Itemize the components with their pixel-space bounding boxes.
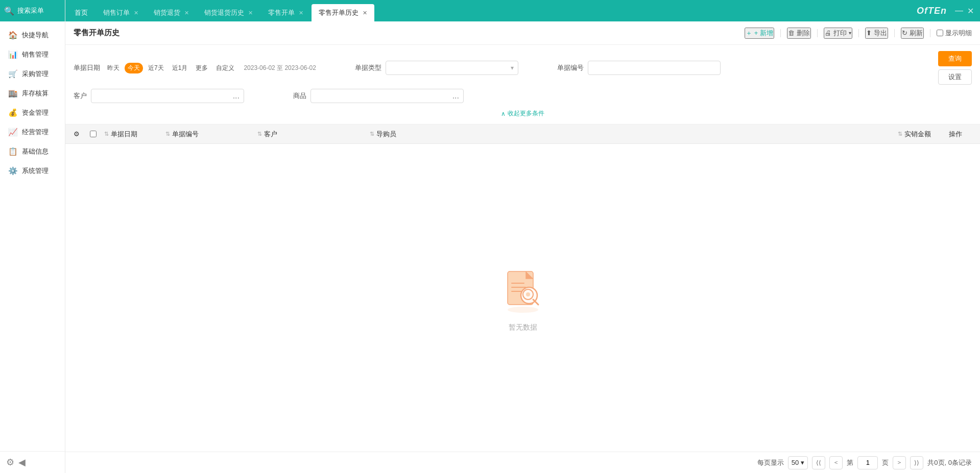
- refresh-button[interactable]: ↻ 刷新: [901, 28, 924, 39]
- filter-settings-button[interactable]: 设置: [938, 69, 972, 85]
- tab-retail-open[interactable]: 零售开单 ✕: [261, 4, 310, 21]
- sidebar-item-quick-nav[interactable]: 🏠 快捷导航: [0, 26, 65, 45]
- goods-input[interactable]: [315, 92, 452, 100]
- tab-sales-order[interactable]: 销售订单 ✕: [96, 4, 146, 21]
- sales-icon: 📊: [8, 50, 18, 59]
- divider-2: [817, 29, 818, 37]
- sidebar-item-label: 库存核算: [22, 89, 49, 98]
- customer-input-wrapper: ...: [91, 89, 244, 103]
- add-button[interactable]: ＋ + 新增: [745, 28, 774, 39]
- prev-page-btn[interactable]: ＜: [829, 456, 843, 469]
- date-filter-btns: 昨天 今天 近7天 近1月 更多 自定义: [104, 63, 237, 73]
- sidebar-item-label: 采购管理: [22, 69, 49, 79]
- next-page-btn[interactable]: ＞: [893, 456, 906, 469]
- collapse-sidebar-btn[interactable]: ◀: [18, 457, 26, 468]
- close-btn[interactable]: ✕: [967, 6, 974, 16]
- sort-num-icon: ⇅: [165, 131, 170, 137]
- page-input[interactable]: [857, 456, 878, 469]
- empty-state: 暂无数据: [65, 144, 980, 452]
- date-filter-label: 单据日期: [74, 63, 100, 72]
- delete-label: 删除: [797, 29, 810, 38]
- date-filter-field: 单据日期 昨天 今天 近7天 近1月 更多 自定义 2023-06-02 至 2…: [74, 63, 316, 73]
- per-page-select[interactable]: 50 ▾: [788, 456, 808, 469]
- tab-sales-return-label: 销货退货: [154, 8, 180, 17]
- customer-input[interactable]: [95, 92, 233, 100]
- sidebar-item-inventory[interactable]: 🏬 库存核算: [0, 84, 65, 103]
- close-sales-order-icon[interactable]: ✕: [134, 10, 138, 16]
- sidebar-item-operation[interactable]: 📈 经营管理: [0, 122, 65, 142]
- close-retail-open-history-icon[interactable]: ✕: [363, 10, 367, 16]
- date-btn-yesterday[interactable]: 昨天: [104, 63, 123, 73]
- date-btn-custom[interactable]: 自定义: [213, 63, 237, 73]
- export-button[interactable]: ⬆ 导出: [865, 28, 888, 39]
- num-input[interactable]: [592, 64, 716, 72]
- show-detail-checkbox-label[interactable]: 显示明细: [937, 29, 972, 38]
- tab-retail-open-label: 零售开单: [268, 8, 295, 17]
- th-date[interactable]: ⇅ 单据日期: [100, 130, 161, 139]
- filter-area: 单据日期 昨天 今天 近7天 近1月 更多 自定义 2023-06-02 至 2…: [65, 45, 980, 125]
- main-area: 首页 销售订单 ✕ 销货退货 ✕ 销货退货历史 ✕ 零售开单 ✕ 零售开单历史 …: [65, 0, 980, 473]
- date-btn-last7[interactable]: 近7天: [145, 63, 167, 73]
- minimize-btn[interactable]: —: [955, 6, 963, 15]
- type-select[interactable]: ▾: [386, 61, 518, 75]
- search-entry[interactable]: 🔍 搜索采单: [0, 0, 65, 21]
- num-filter-label: 单据编号: [557, 63, 584, 72]
- select-all-checkbox[interactable]: [90, 131, 97, 137]
- home-icon: 🏠: [8, 31, 18, 40]
- customer-dots-btn[interactable]: ...: [233, 91, 240, 101]
- operation-icon: 📈: [8, 128, 18, 137]
- query-button[interactable]: 查询: [938, 51, 972, 66]
- sidebar-item-purchase-mgmt[interactable]: 🛒 采购管理: [0, 64, 65, 84]
- close-sales-return-icon[interactable]: ✕: [184, 10, 189, 16]
- sidebar-item-sales-mgmt[interactable]: 📊 销售管理: [0, 45, 65, 64]
- per-page-value: 50: [792, 459, 799, 466]
- th-settings[interactable]: ⚙: [69, 130, 86, 138]
- filter-row-2: 客户 ... 商品 ...: [74, 89, 972, 103]
- tab-home[interactable]: 首页: [67, 4, 95, 21]
- search-label: 搜索采单: [17, 6, 44, 15]
- sidebar-item-finance[interactable]: 💰 资金管理: [0, 103, 65, 122]
- th-amount-label: 实销金额: [904, 130, 931, 139]
- page-suffix: 页: [882, 458, 889, 467]
- tab-sales-return[interactable]: 销货退货 ✕: [147, 4, 196, 21]
- th-guide[interactable]: ⇅ 导购员: [366, 130, 427, 139]
- close-retail-open-icon[interactable]: ✕: [299, 10, 303, 16]
- add-icon: ＋: [746, 29, 752, 38]
- collapse-button[interactable]: ∧ 收起更多条件: [501, 107, 544, 120]
- basic-icon: 📋: [8, 147, 18, 156]
- sidebar-item-system[interactable]: ⚙️ 系统管理: [0, 161, 65, 181]
- divider-1: [780, 29, 781, 37]
- close-sales-return-history-icon[interactable]: ✕: [248, 10, 253, 16]
- first-page-btn[interactable]: ⟨⟨: [812, 456, 825, 469]
- th-customer[interactable]: ⇅ 客户: [253, 130, 366, 139]
- settings-footer-btn[interactable]: ⚙: [6, 457, 14, 468]
- th-op-label: 操作: [949, 130, 962, 139]
- tab-sales-return-history[interactable]: 销货退货历史 ✕: [197, 4, 260, 21]
- tab-retail-open-history[interactable]: 零售开单历史 ✕: [312, 4, 374, 21]
- sidebar-item-basic-info[interactable]: 📋 基础信息: [0, 142, 65, 161]
- last-page-btn[interactable]: ⟩⟩: [910, 456, 923, 469]
- settings-col-icon: ⚙: [74, 130, 80, 138]
- tab-home-label: 首页: [75, 8, 88, 17]
- print-label: 打印: [833, 29, 847, 38]
- inventory-icon: 🏬: [8, 89, 18, 98]
- delete-button[interactable]: 🗑 删除: [787, 28, 811, 39]
- sidebar-nav: 🏠 快捷导航 📊 销售管理 🛒 采购管理 🏬 库存核算 💰 资金管理 📈 经营管…: [0, 21, 65, 451]
- print-icon: 🖨: [825, 29, 831, 37]
- page-label: 第: [847, 458, 853, 467]
- date-btn-last-month[interactable]: 近1月: [169, 63, 191, 73]
- filter-row-1: 单据日期 昨天 今天 近7天 近1月 更多 自定义 2023-06-02 至 2…: [74, 51, 972, 85]
- th-checkbox[interactable]: [86, 131, 100, 137]
- toolbar-actions: ＋ + 新增 🗑 删除 🖨 打印 ▾ ⬆ 导出 ↻ 刷新: [745, 28, 972, 39]
- date-btn-today[interactable]: 今天: [125, 63, 143, 73]
- sidebar-item-label: 资金管理: [22, 108, 49, 117]
- type-select-arrow-icon: ▾: [511, 64, 514, 71]
- date-btn-more[interactable]: 更多: [193, 63, 211, 73]
- table-header: ⚙ ⇅ 单据日期 ⇅ 单据编号 ⇅ 客户 ⇅ 导购员 ⇅: [65, 125, 980, 144]
- print-button[interactable]: 🖨 打印 ▾: [824, 28, 852, 39]
- show-detail-checkbox[interactable]: [937, 30, 943, 36]
- tab-sales-order-label: 销售订单: [103, 8, 130, 17]
- th-amount[interactable]: ⇅ 实销金额: [874, 130, 935, 139]
- th-num[interactable]: ⇅ 单据编号: [161, 130, 253, 139]
- goods-dots-btn[interactable]: ...: [452, 91, 459, 101]
